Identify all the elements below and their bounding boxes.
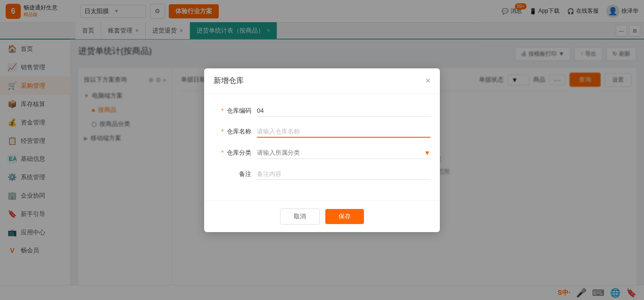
category-select-input[interactable] [257,149,424,156]
form-row-remark: 备注 [214,168,430,180]
warehouse-remark-input[interactable] [257,168,430,180]
save-button[interactable]: 保存 [325,209,364,224]
category-select-wrapper[interactable]: ▼ [257,147,430,159]
modal-close-button[interactable]: × [425,76,430,85]
modal-header: 新增仓库 × [204,68,440,94]
required-mark3: * [221,149,223,156]
modal-footer: 取消 保存 [204,200,440,232]
remark-label: 备注 [214,170,251,178]
form-row-name: * 仓库名称 [214,126,430,138]
form-row-code: * 仓库编码 [214,105,430,117]
warehouse-name-input[interactable] [257,126,430,138]
warehouse-code-input[interactable] [257,105,430,117]
modal-title: 新增仓库 [214,76,244,86]
cancel-button[interactable]: 取消 [280,208,320,225]
modal-body: * 仓库编码 * 仓库名称 * 仓库分类 [204,94,440,200]
category-label: * 仓库分类 [214,149,251,157]
required-mark: * [221,107,223,114]
new-warehouse-modal: 新增仓库 × * 仓库编码 * 仓库名称 [204,68,440,232]
modal-overlay: 新增仓库 × * 仓库编码 * 仓库名称 [0,0,644,300]
name-label: * 仓库名称 [214,127,251,136]
code-label: * 仓库编码 [214,107,251,115]
category-dropdown-icon: ▼ [424,149,430,157]
form-row-category: * 仓库分类 ▼ [214,147,430,159]
required-mark2: * [221,128,223,135]
